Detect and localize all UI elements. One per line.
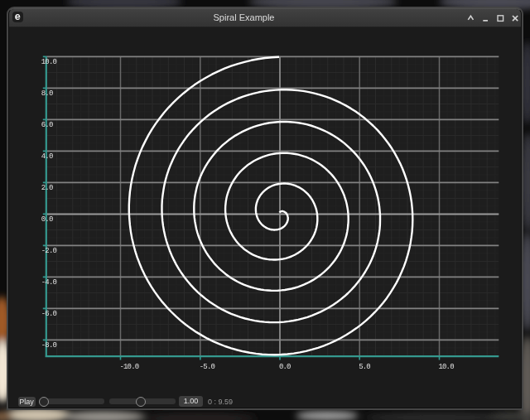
svg-text:4.0: 4.0 bbox=[41, 152, 53, 161]
svg-text:-5.0: -5.0 bbox=[200, 363, 215, 371]
svg-text:10.0: 10.0 bbox=[41, 58, 57, 66]
svg-text:0.0: 0.0 bbox=[41, 215, 53, 224]
svg-text:-10.0: -10.0 bbox=[120, 363, 139, 371]
svg-text:-2.0: -2.0 bbox=[41, 247, 57, 255]
svg-text:6.0: 6.0 bbox=[41, 121, 53, 129]
svg-text:8.0: 8.0 bbox=[41, 89, 53, 98]
svg-text:5.0: 5.0 bbox=[359, 363, 370, 371]
svg-text:0.0: 0.0 bbox=[279, 363, 291, 371]
svg-text:-6.0: -6.0 bbox=[41, 310, 57, 318]
svg-text:-4.0: -4.0 bbox=[41, 278, 57, 287]
svg-text:2.0: 2.0 bbox=[41, 184, 53, 192]
svg-text:-8.0: -8.0 bbox=[41, 341, 57, 350]
svg-text:10.0: 10.0 bbox=[439, 363, 455, 371]
